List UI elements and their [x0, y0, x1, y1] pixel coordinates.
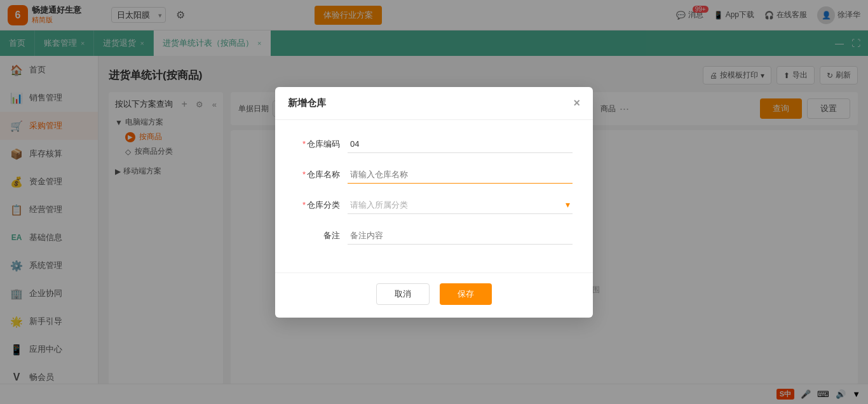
name-label: 仓库名称 [295, 169, 340, 180]
dialog-title: 新增仓库 [288, 97, 326, 109]
form-row-name: 仓库名称 [295, 166, 573, 184]
category-label: 仓库分类 [295, 199, 340, 211]
dialog-footer: 取消 保存 [275, 273, 593, 318]
form-row-code: 仓库编码 [295, 135, 573, 153]
form-row-note: 备注 [295, 227, 573, 245]
new-warehouse-dialog: 新增仓库 × 仓库编码 仓库名称 仓库分类 请输入所属分类 ▾ [275, 87, 593, 318]
dialog-close-button[interactable]: × [573, 97, 580, 109]
code-label: 仓库编码 [295, 138, 340, 150]
note-label: 备注 [295, 230, 340, 241]
dialog-body: 仓库编码 仓库名称 仓库分类 请输入所属分类 ▾ 备注 [275, 120, 593, 273]
dialog-header: 新增仓库 × [275, 87, 593, 120]
name-input[interactable] [348, 166, 573, 184]
note-input[interactable] [348, 227, 573, 245]
category-select-wrap: 请输入所属分类 ▾ [348, 196, 573, 214]
category-select[interactable]: 请输入所属分类 [348, 196, 573, 213]
form-row-category: 仓库分类 请输入所属分类 ▾ [295, 196, 573, 214]
save-button[interactable]: 保存 [440, 283, 492, 305]
cancel-button[interactable]: 取消 [376, 283, 430, 305]
overlay: 新增仓库 × 仓库编码 仓库名称 仓库分类 请输入所属分类 ▾ [0, 0, 868, 404]
code-input[interactable] [348, 135, 573, 153]
